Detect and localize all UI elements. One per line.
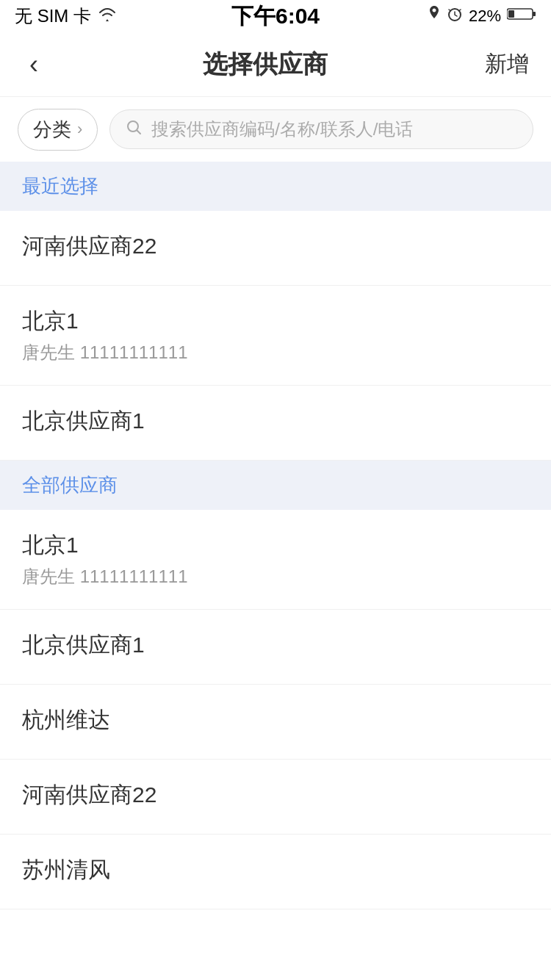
all-section-label: 全部供应商: [22, 474, 118, 496]
all-section-header: 全部供应商: [0, 461, 551, 510]
recent-section-label: 最近选择: [22, 175, 98, 197]
filter-bar: 分类 ›: [0, 97, 551, 162]
item-contact: 唐先生 11111111111: [22, 341, 529, 364]
item-contact: 唐先生 11111111111: [22, 565, 529, 588]
list-item[interactable]: 河南供应商22: [0, 211, 551, 286]
item-name: 北京1: [22, 530, 529, 561]
item-name: 北京供应商1: [22, 630, 529, 660]
item-name: 河南供应商22: [22, 231, 529, 262]
page-title: 选择供应商: [203, 48, 328, 82]
list-item[interactable]: 河南供应商22: [0, 760, 551, 835]
category-label: 分类: [33, 117, 71, 143]
list-item[interactable]: 苏州清风: [0, 835, 551, 909]
item-name: 苏州清风: [22, 855, 529, 885]
search-icon: [125, 118, 143, 141]
search-input[interactable]: [151, 119, 518, 140]
alarm-icon: [447, 6, 463, 26]
list-item[interactable]: 北京供应商1: [0, 610, 551, 685]
item-name: 杭州维达: [22, 705, 529, 735]
wifi-icon: [97, 6, 118, 26]
item-name: 北京供应商1: [22, 406, 529, 436]
item-name: 北京1: [22, 306, 529, 336]
add-button[interactable]: 新增: [485, 49, 529, 79]
nav-bar: ‹ 选择供应商 新增: [0, 32, 551, 97]
location-icon: [428, 6, 441, 26]
list-item[interactable]: 北京供应商1: [0, 386, 551, 461]
status-bar: 无 SIM 卡 下午6:04 22%: [0, 0, 551, 32]
status-time: 下午6:04: [231, 1, 320, 32]
svg-rect-3: [508, 10, 514, 18]
chevron-right-icon: ›: [77, 120, 82, 139]
recent-items-list: 河南供应商22北京1唐先生 11111111111北京供应商1: [0, 211, 551, 461]
list-item[interactable]: 北京1唐先生 11111111111: [0, 286, 551, 386]
svg-rect-2: [533, 12, 536, 16]
carrier-text: 无 SIM 卡: [15, 4, 91, 28]
status-left: 无 SIM 卡: [15, 4, 118, 28]
back-button[interactable]: ‹: [22, 42, 46, 87]
recent-section-header: 最近选择: [0, 162, 551, 211]
category-button[interactable]: 分类 ›: [18, 109, 98, 151]
battery-icon: [507, 7, 536, 26]
battery-text: 22%: [469, 7, 501, 26]
status-right: 22%: [428, 6, 536, 26]
item-name: 河南供应商22: [22, 780, 529, 810]
list-item[interactable]: 北京1唐先生 11111111111: [0, 510, 551, 610]
search-box: [109, 109, 533, 149]
list-item[interactable]: 杭州维达: [0, 685, 551, 760]
all-items-list: 北京1唐先生 11111111111北京供应商1杭州维达河南供应商22苏州清风: [0, 510, 551, 909]
